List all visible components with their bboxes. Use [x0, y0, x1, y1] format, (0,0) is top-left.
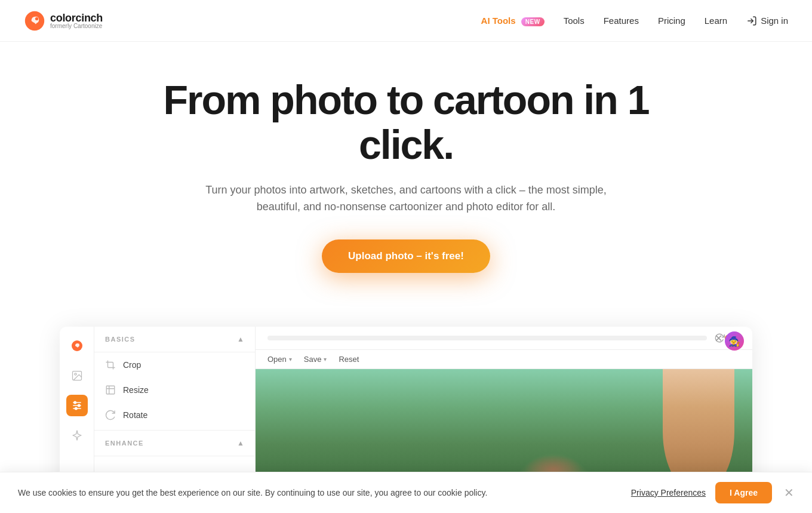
enhance-title: ENHANCE [105, 440, 144, 447]
nav-item-signin[interactable]: Sign in [746, 16, 788, 26]
sidebar-panel: BASICS ▲ Crop Resize [94, 327, 256, 494]
hero-section: From photo to cartoon in 1 click. Turn y… [0, 42, 812, 297]
basics-header[interactable]: BASICS ▲ [94, 327, 255, 352]
rotate-label: Rotate [123, 410, 147, 420]
privacy-preferences-link[interactable]: Privacy Preferences [631, 488, 706, 494]
new-badge: NEW [521, 17, 545, 26]
editor-ui: BASICS ▲ Crop Resize [60, 327, 752, 494]
svg-point-9 [74, 402, 76, 404]
svg-point-1 [35, 17, 38, 20]
close-editor-icon[interactable]: ✕ [715, 333, 722, 344]
hero-title: From photo to cartoon in 1 click. [137, 78, 675, 167]
sidebar-sparkle-icon[interactable] [66, 425, 88, 446]
upload-button[interactable]: Upload photo – it's free! [322, 239, 490, 273]
ai-tools-link[interactable]: AI Tools NEW [481, 16, 545, 26]
logo-name: colorcinch [50, 13, 103, 23]
signin-icon [746, 16, 757, 26]
cookie-banner: We use cookies to ensure you get the bes… [0, 472, 812, 494]
enhance-header[interactable]: ENHANCE ▲ [94, 430, 255, 456]
save-button[interactable]: Save ▾ [304, 355, 327, 364]
progress-bar [267, 336, 707, 340]
tool-crop[interactable]: Crop [94, 352, 255, 377]
agree-button[interactable]: I Agree [715, 482, 772, 494]
logo-icon [24, 10, 45, 32]
editor-toolbar [256, 327, 752, 350]
editor-menu-bar: Open ▾ Save ▾ Reset 🧙 ✕ [256, 350, 752, 369]
logo-sub: formerly Cartoonize [50, 23, 103, 29]
tool-resize[interactable]: Resize [94, 377, 255, 403]
crop-label: Crop [123, 360, 141, 370]
sidebar-image-icon[interactable] [66, 365, 88, 386]
open-button[interactable]: Open ▾ [267, 355, 292, 364]
svg-point-5 [74, 373, 76, 375]
enhance-chevron: ▲ [237, 439, 244, 447]
nav-item-pricing[interactable]: Pricing [658, 16, 685, 26]
crop-icon [105, 360, 116, 370]
sidebar-logo-icon[interactable] [66, 335, 88, 357]
svg-rect-12 [106, 386, 115, 394]
resize-icon [105, 385, 116, 395]
cookie-text: We use cookies to ensure you get the bes… [18, 488, 613, 494]
sidebar-icons [60, 327, 94, 494]
nav-item-features[interactable]: Features [604, 16, 639, 26]
navbar: colorcinch formerly Cartoonize AI Tools … [0, 0, 812, 42]
editor-preview: BASICS ▲ Crop Resize [48, 327, 764, 494]
nav-item-tools[interactable]: Tools [564, 16, 585, 26]
user-avatar: 🧙 [725, 331, 744, 351]
logo[interactable]: colorcinch formerly Cartoonize [24, 10, 103, 32]
nav-item-ai-tools[interactable]: AI Tools NEW [481, 16, 545, 26]
svg-point-10 [78, 405, 79, 407]
editor-main: Open ▾ Save ▾ Reset 🧙 ✕ [256, 327, 752, 494]
nav-item-learn[interactable]: Learn [705, 16, 727, 26]
svg-point-11 [75, 408, 76, 410]
basics-title: BASICS [105, 336, 136, 343]
basics-chevron: ▲ [237, 335, 244, 343]
reset-button[interactable]: Reset [339, 355, 359, 364]
sidebar-adjust-icon[interactable] [66, 395, 88, 416]
tool-rotate[interactable]: Rotate [94, 403, 255, 428]
cookie-actions: Privacy Preferences I Agree [631, 482, 772, 494]
hero-subtitle: Turn your photos into artwork, sketches,… [203, 182, 609, 216]
cookie-close-icon[interactable]: ✕ [784, 486, 794, 494]
nav-links: AI Tools NEW Tools Features Pricing Lear… [481, 16, 788, 26]
rotate-icon [105, 410, 116, 420]
resize-label: Resize [123, 385, 149, 395]
